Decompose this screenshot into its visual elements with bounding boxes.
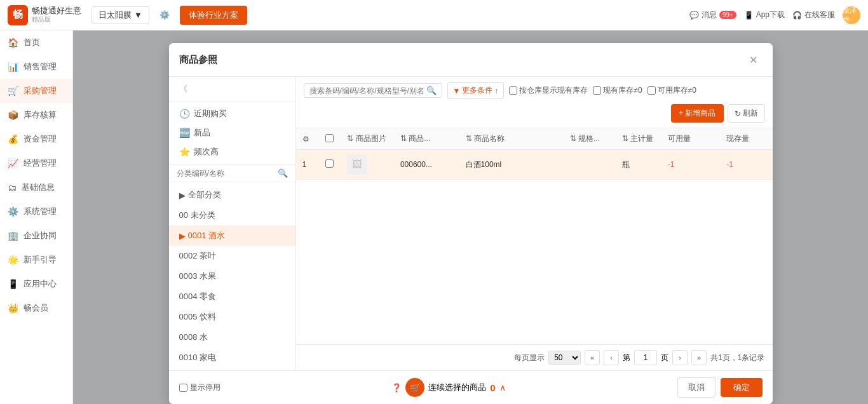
spec-col-label: 规格...: [578, 134, 600, 143]
show-disabled-filter[interactable]: 显示停用: [179, 382, 220, 393]
sidebar-item-guide[interactable]: 🌟 新手引导: [0, 248, 72, 272]
message-btn[interactable]: 💬 消息 99+: [689, 10, 736, 20]
message-label: 消息: [702, 10, 717, 20]
sidebar-item-system[interactable]: ⚙️ 系统管理: [0, 199, 72, 224]
category-c00[interactable]: 00 未分类: [169, 205, 295, 226]
settings-icon[interactable]: ⚙️: [154, 5, 175, 25]
per-page-select[interactable]: 50 100 200: [548, 351, 581, 365]
modal-close-button[interactable]: ✕: [745, 51, 763, 69]
avatar[interactable]: 徐泽华: [843, 6, 860, 24]
table-row[interactable]: 1 🖼 000600... 白酒100ml: [296, 150, 773, 180]
filter-label: 更多条件: [462, 85, 492, 96]
online-service-btn[interactable]: 🎧 在线客服: [792, 10, 835, 20]
prev-page-button[interactable]: ‹: [604, 350, 619, 365]
sidebar-label-member: 畅会员: [24, 302, 48, 314]
warehouse-stock-checkbox[interactable]: [509, 86, 517, 95]
more-filter-button[interactable]: ▼ 更多条件 ↑: [447, 82, 505, 99]
purchase-icon: 🛒: [8, 86, 18, 96]
warehouse-stock-filter[interactable]: 按仓库显示现有库存: [509, 85, 588, 96]
category-c0008[interactable]: 0008 水: [169, 327, 295, 347]
quick-link-new[interactable]: 🆕 新品: [174, 123, 290, 142]
next-page-button[interactable]: ›: [672, 350, 688, 365]
table-header-row: ⚙ ⇅ 商品图片: [296, 128, 773, 150]
category-c0004[interactable]: 0004 零食: [169, 286, 295, 307]
category-search-icon[interactable]: 🔍: [278, 168, 288, 178]
sidebar-item-member[interactable]: 👑 畅会员: [0, 296, 72, 320]
nonzero-stock-checkbox[interactable]: [593, 86, 601, 95]
available-nonzero-label: 可用库存≠0: [658, 85, 696, 96]
show-disabled-checkbox[interactable]: [179, 384, 187, 392]
quick-link-new-label: 新品: [194, 127, 210, 138]
quick-links: 🕒 近期购买 🆕 新品 ⭐ 频次高: [169, 102, 295, 164]
app-download-btn[interactable]: 📱 App下载: [744, 10, 785, 20]
sidebar-item-operation[interactable]: 📈 经营管理: [0, 151, 72, 175]
name-sort-icon: ⇅: [466, 134, 472, 143]
basic-icon: 🗂: [8, 182, 17, 192]
store-selector[interactable]: 日太阳膜 ▼: [92, 6, 149, 24]
checkbox-col-header[interactable]: [319, 128, 341, 150]
category-search-input[interactable]: [177, 169, 278, 178]
cancel-button[interactable]: 取消: [677, 377, 715, 398]
row-checkbox-cell[interactable]: [319, 150, 341, 180]
selected-count: 0: [490, 382, 495, 393]
settings-col-header[interactable]: ⚙: [296, 128, 320, 150]
category-c0010[interactable]: 0010 家电: [169, 347, 295, 368]
row-checkbox[interactable]: [325, 159, 334, 168]
sidebar-item-apps[interactable]: 📱 应用中心: [0, 272, 72, 296]
collapse-footer-button[interactable]: ∧: [499, 382, 506, 393]
system-icon: ⚙️: [8, 206, 18, 217]
category-c0004-label: 0004 零食: [179, 291, 217, 302]
row-img-cell: 🖼: [341, 150, 394, 180]
store-name: 日太阳膜: [98, 10, 132, 21]
code-sort-icon: ⇅: [400, 134, 407, 143]
right-panel: 🔍 ▼ 更多条件 ↑ 按仓库显示现有库存: [296, 77, 773, 370]
category-c0002[interactable]: 0002 茶叶: [169, 246, 295, 266]
page-number-input[interactable]: [634, 350, 657, 365]
product-search-input[interactable]: [309, 86, 424, 95]
category-search-box: 🔍: [169, 164, 295, 182]
nonzero-stock-filter[interactable]: 现有库存≠0: [593, 85, 642, 96]
search-icon[interactable]: 🔍: [426, 86, 437, 95]
sidebar-item-sales[interactable]: 📊 销售管理: [0, 55, 72, 79]
select-all-checkbox[interactable]: [325, 134, 334, 142]
category-c0001[interactable]: ▶ 0001 酒水: [169, 226, 295, 246]
logo-text: 畅捷通好生意: [32, 6, 81, 16]
quick-link-recent[interactable]: 🕒 近期购买: [174, 104, 290, 123]
available-nonzero-checkbox[interactable]: [648, 86, 656, 95]
sidebar-label-home: 首页: [24, 37, 40, 48]
first-page-button[interactable]: «: [585, 350, 600, 365]
row-spec-cell: [564, 150, 616, 180]
logo-area: 畅 畅捷通好生意 精品版: [8, 5, 81, 25]
help-icon[interactable]: ❓: [391, 383, 402, 393]
category-c0005-label: 0005 饮料: [179, 311, 217, 323]
sidebar-item-finance[interactable]: 💰 资金管理: [0, 127, 72, 151]
unit-sort-icon: ⇅: [622, 134, 628, 143]
available-nonzero-filter[interactable]: 可用库存≠0: [648, 85, 696, 96]
stock-col-header: 现存量: [720, 128, 772, 150]
sidebar-item-home[interactable]: 🏠 首页: [0, 30, 72, 55]
category-c0002-label: 0002 茶叶: [179, 250, 217, 262]
confirm-button[interactable]: 确定: [721, 378, 763, 397]
category-c0003[interactable]: 0003 水果: [169, 266, 295, 286]
refresh-label: 刷新: [743, 108, 758, 119]
headset-icon: 🎧: [792, 11, 802, 20]
cart-icon[interactable]: 🛒: [405, 378, 424, 397]
main-content: 商品参照 ✕ 《 🕒 近期购买: [73, 30, 868, 404]
sidebar-item-basic[interactable]: 🗂 基础信息: [0, 175, 72, 199]
sidebar-item-purchase[interactable]: 🛒 采购管理: [0, 79, 72, 103]
unit-col-header: ⇅ 主计量: [616, 128, 661, 150]
sidebar-item-stock[interactable]: 📦 库存核算: [0, 103, 72, 127]
category-all[interactable]: ▶ 全部分类: [169, 185, 295, 205]
try-industry-button[interactable]: 体验行业方案: [180, 6, 247, 25]
add-product-button[interactable]: + 新增商品: [671, 104, 723, 123]
sidebar-item-enterprise[interactable]: 🏢 企业协同: [0, 224, 72, 248]
filter-up-icon: ↑: [494, 86, 498, 95]
quick-link-frequent[interactable]: ⭐ 频次高: [174, 142, 290, 161]
img-col-header: ⇅ 商品图片: [341, 128, 394, 150]
name-col-header: ⇅ 商品名称: [459, 128, 564, 150]
category-c0005[interactable]: 0005 饮料: [169, 307, 295, 327]
refresh-button[interactable]: ↻ 刷新: [728, 104, 765, 123]
sidebar-label-guide: 新手引导: [24, 254, 57, 266]
collapse-left-button[interactable]: 《: [177, 82, 191, 96]
last-page-button[interactable]: »: [691, 350, 707, 365]
